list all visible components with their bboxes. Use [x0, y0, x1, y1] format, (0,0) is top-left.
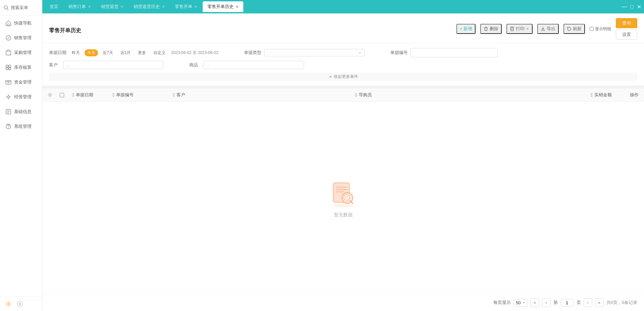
refresh-button[interactable]: 刷新: [563, 24, 585, 34]
sidebar-item-system-mgmt[interactable]: 系统管理: [0, 119, 42, 134]
purchase-icon: [5, 50, 11, 56]
sidebar-item-operation[interactable]: 经营管理: [0, 90, 42, 104]
sidebar-item-quick-nav-label: 快捷导航: [14, 20, 32, 26]
date-more[interactable]: 更多: [135, 49, 149, 56]
sidebar-item-finance[interactable]: 资金管理: [0, 75, 42, 90]
arrow-left-icon: [17, 301, 23, 307]
type-select[interactable]: [264, 49, 365, 56]
sidebar-item-inventory[interactable]: 库存核算: [0, 60, 42, 75]
svg-point-32: [344, 194, 350, 200]
th-customer[interactable]: 客户: [170, 89, 352, 101]
th-amount[interactable]: 实销金额: [574, 89, 614, 101]
inventory-icon: [5, 64, 11, 70]
export-icon: [541, 27, 545, 31]
date-7days[interactable]: 近7天: [100, 49, 116, 56]
print-dropdown-icon: [526, 27, 529, 31]
sidebar-item-sales-mgmt[interactable]: 销售管理: [0, 31, 42, 45]
print-button[interactable]: 打印: [506, 24, 533, 34]
delete-label: 删除: [490, 26, 498, 32]
num-input[interactable]: [410, 48, 498, 57]
tab-sales-return-history[interactable]: 销货退货历史 ✕: [129, 1, 169, 12]
tab-retail-open-history-close[interactable]: ✕: [236, 5, 239, 9]
customer-label: 客户: [49, 62, 58, 68]
date-today[interactable]: 今天: [85, 49, 98, 56]
th-checkbox[interactable]: [57, 90, 69, 101]
empty-text: 暂无数据: [334, 212, 353, 218]
sidebar-item-basic-info[interactable]: 基础信息: [0, 104, 42, 119]
th-num[interactable]: 单据编号: [109, 89, 170, 101]
svg-rect-2: [7, 24, 9, 25]
page-number-input[interactable]: [560, 299, 574, 307]
type-field: 单据类型: [244, 49, 365, 56]
svg-rect-21: [511, 30, 513, 31]
tab-retail-open-label: 零售开单: [175, 4, 192, 10]
page-next-button[interactable]: ›: [584, 298, 592, 307]
tab-sales-return-close[interactable]: ✕: [120, 5, 123, 9]
settings-bottom-icon[interactable]: [5, 301, 11, 307]
window-close-icon[interactable]: ✕: [637, 4, 641, 10]
collapse-button[interactable]: 收起更多条件: [49, 72, 637, 81]
date-yesterday[interactable]: 昨天: [69, 49, 83, 56]
tab-sales-return-history-close[interactable]: ✕: [162, 5, 165, 9]
page-prev-button[interactable]: ‹: [542, 298, 551, 307]
page-size-select[interactable]: 50: [513, 299, 528, 307]
tab-sales-order[interactable]: 销售订单 ✕: [64, 1, 96, 12]
svg-line-1: [7, 9, 8, 10]
display-detail-checkbox[interactable]: 显示明细: [590, 26, 611, 32]
customer-select[interactable]: …: [63, 61, 164, 69]
search-icon: [3, 5, 9, 10]
tab-bar-right: — □ ✕: [622, 4, 641, 10]
svg-point-24: [333, 203, 353, 207]
th-date[interactable]: 单据日期: [69, 89, 109, 101]
query-button[interactable]: 查询: [616, 18, 637, 28]
tab-home[interactable]: 首页: [45, 1, 63, 12]
tab-sales-return-history-label: 销货退货历史: [134, 4, 160, 10]
th-guide[interactable]: 导购员: [352, 89, 392, 101]
tab-sales-order-close[interactable]: ✕: [88, 5, 91, 9]
pagination: 每页显示 50 « ‹ 第 页 › » 共0页，0条记录: [42, 294, 644, 311]
sort-icon-customer: [172, 93, 175, 97]
page-header: 零售开单历史 + 新增 删除 打: [42, 13, 644, 43]
svg-rect-22: [511, 27, 513, 28]
sidebar-menu: 快捷导航 销售管理 采购管理 库存核算: [0, 16, 42, 297]
tab-retail-open-history[interactable]: 零售开单历史 ✕: [203, 1, 243, 12]
table-container: 单据日期 单据编号 客户: [42, 89, 644, 311]
empty-state: 暂无数据: [42, 102, 644, 294]
empty-illustration: [327, 178, 360, 208]
home-icon: [5, 20, 11, 26]
search-row-1: 单据日期 昨天 今天 近7天 近1月 更多 自定义 2023-06-02 至 2…: [49, 48, 637, 57]
window-minimize-icon[interactable]: —: [622, 4, 627, 10]
search-panel: 单据日期 昨天 今天 近7天 近1月 更多 自定义 2023-06-02 至 2…: [42, 43, 644, 86]
sidebar-item-purchase-mgmt[interactable]: 采购管理: [0, 45, 42, 60]
new-button[interactable]: + 新增: [456, 24, 476, 34]
sidebar-search[interactable]: 搜索采单: [0, 0, 42, 16]
display-detail-input[interactable]: [590, 27, 594, 31]
delete-button[interactable]: 删除: [480, 24, 502, 34]
page-last-button[interactable]: »: [595, 298, 604, 307]
svg-rect-6: [9, 65, 11, 67]
tab-sales-return[interactable]: 销货退货 ✕: [96, 1, 128, 12]
no-data-svg: [327, 178, 360, 208]
date-custom[interactable]: 自定义: [151, 49, 168, 56]
collapse-sidebar-icon[interactable]: [17, 301, 23, 307]
tab-bar: 首页 销售订单 ✕ 销货退货 ✕ 销货退货历史 ✕ 零售开单 ✕ 零售开单历史 …: [42, 0, 644, 13]
settings-button[interactable]: 设置: [616, 30, 637, 40]
print-icon: [510, 27, 514, 31]
svg-rect-4: [6, 51, 11, 55]
tab-retail-open[interactable]: 零售开单 ✕: [170, 1, 202, 12]
goods-select[interactable]: …: [203, 61, 304, 69]
sidebar-item-quick-nav[interactable]: 快捷导航: [0, 16, 42, 31]
window-maximize-icon[interactable]: □: [630, 4, 634, 10]
export-button[interactable]: 导出: [537, 24, 559, 34]
tab-retail-open-close[interactable]: ✕: [194, 5, 197, 9]
page-total: 共0页，0条记录: [606, 300, 637, 306]
svg-point-3: [6, 36, 11, 40]
th-settings[interactable]: [45, 89, 57, 101]
th-amount-label: 实销金额: [594, 92, 612, 98]
delete-icon: [484, 27, 488, 31]
date-1month[interactable]: 近1月: [118, 49, 134, 56]
sidebar-item-finance-label: 资金管理: [14, 79, 32, 85]
select-all-checkbox[interactable]: [60, 93, 64, 97]
th-action: 操作: [614, 89, 641, 101]
page-first-button[interactable]: «: [531, 298, 539, 307]
